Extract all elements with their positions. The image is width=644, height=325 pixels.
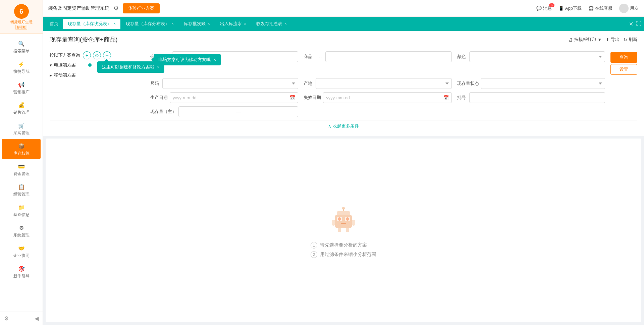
goods-input-box[interactable] <box>325 51 451 62</box>
filter-origin: 产地 <box>304 78 451 89</box>
filter-scheme-label: 按以下方案查询 <box>50 52 80 58</box>
svg-rect-3 <box>341 223 346 224</box>
content-area: 现存量查询(按仓库+商品) 🖨 按模板打印 ▼ ⬆ 导出 ↻ 刷新 <box>43 31 644 325</box>
expire-date-placeholder: yyyy-mm-dd <box>326 95 350 100</box>
sidebar-item-marketing[interactable]: 📢 营销推广 <box>2 77 41 98</box>
scheme-mobile-arrow: ▸ <box>50 73 52 78</box>
top-header: 装备及固定资产辅助管理系统 ⚙ 体验行业方案 💬 消息 6 📱 App下载 🎧 … <box>43 0 644 17</box>
filter-scheme-actions: + ⊙ ← <box>83 51 111 59</box>
origin-select[interactable] <box>316 78 451 89</box>
page-title: 现存量查询(按仓库+商品) <box>50 36 118 44</box>
tab-inventory-status[interactable]: 现存量（库存状况表） × <box>63 19 120 29</box>
settings-footer-icon[interactable]: ⚙ <box>4 315 9 322</box>
export-button[interactable]: ⬆ 导出 <box>606 37 620 43</box>
tab-recv-summary-close[interactable]: × <box>284 21 287 26</box>
app-label: App下载 <box>565 5 582 11</box>
sidebar-item-purchase[interactable]: 🛒 采购管理 <box>2 118 41 139</box>
empty-illustration <box>327 203 360 236</box>
size-label: 尺码 <box>150 80 160 87</box>
color-select[interactable] <box>469 51 605 62</box>
expire-date-calendar-icon[interactable]: 📅 <box>443 95 449 100</box>
collapse-bar[interactable]: ∧ 收起更多条件 <box>50 120 637 132</box>
support-label: 在线客服 <box>595 5 612 11</box>
sidebar-item-search[interactable]: 🔍 搜索菜单 <box>2 37 41 57</box>
reset-button[interactable]: 设置 <box>610 64 637 75</box>
prod-date-label: 生产日期 <box>150 95 168 101</box>
prod-date-input[interactable]: yyyy-mm-dd 📅 <box>170 92 298 103</box>
svg-rect-4 <box>338 228 341 232</box>
template-print-icon: 🖨 <box>569 37 573 42</box>
refresh-button[interactable]: ↻ 刷新 <box>624 37 637 43</box>
back-scheme-button[interactable]: ← <box>103 51 111 59</box>
sidebar-item-operation[interactable]: 📋 经营管理 <box>2 180 41 200</box>
tooltip-pc-close[interactable]: × <box>213 57 216 62</box>
support-icon: 🎧 <box>588 6 594 11</box>
tab-batch-account-close[interactable]: × <box>208 21 210 26</box>
base-icon: 📁 <box>18 204 25 211</box>
sidebar: 6 畅捷通好生意 标准版 🔍 搜索菜单 ⚡ 快捷导航 📢 营销推广 💰 销售管理… <box>0 0 43 325</box>
tab-batch-account[interactable]: 库存批次账 × <box>179 19 215 29</box>
goods-dots[interactable]: ··· <box>316 53 323 60</box>
message-button[interactable]: 💬 消息 6 <box>536 5 552 11</box>
scheme-pc-label: 电脑端方案 <box>54 62 76 68</box>
tab-home[interactable]: 首页 <box>46 19 62 29</box>
scheme-pc-arrow: ▾ <box>50 63 52 68</box>
template-print-button[interactable]: 🖨 按模板打印 ▼ <box>569 37 602 43</box>
sidebar-item-enterprise[interactable]: 🤝 企业协同 <box>2 241 41 261</box>
batch-no-input[interactable] <box>469 92 605 103</box>
tab-in-out-flow-close[interactable]: × <box>244 21 246 26</box>
filter-batch-no: 批号 <box>457 92 605 103</box>
filter-color: 颜色 <box>457 51 605 62</box>
tab-close-all-icon[interactable]: ✕ <box>629 21 633 27</box>
solution-button[interactable]: 体验行业方案 <box>123 3 160 13</box>
user-button[interactable]: 用友 <box>619 4 639 13</box>
sidebar-item-quick[interactable]: ⚡ 快捷导航 <box>2 57 41 77</box>
app-download-button[interactable]: 📱 App下载 <box>558 5 582 11</box>
copy-scheme-button[interactable]: ⊙ <box>93 51 101 59</box>
stock-status-label: 现存量状态 <box>457 80 479 87</box>
template-print-arrow: ▼ <box>597 37 602 42</box>
tab-recv-summary-label: 收发存汇总表 <box>256 21 282 27</box>
sidebar-nav: 🔍 搜索菜单 ⚡ 快捷导航 📢 营销推广 💰 销售管理 🛒 采购管理 📦 库存核… <box>0 34 43 312</box>
search-icon: 🔍 <box>18 40 25 47</box>
sidebar-item-base[interactable]: 📁 基础信息 <box>2 200 41 220</box>
stock-status-select[interactable] <box>481 78 605 89</box>
tab-in-out-flow-label: 出入库流水 <box>220 21 242 27</box>
range-separator: — <box>236 109 240 114</box>
system-setting-icon[interactable]: ⚙ <box>113 5 119 12</box>
tab-inventory-status-close[interactable]: × <box>113 21 116 26</box>
sidebar-item-label: 销售管理 <box>13 110 30 115</box>
search-button[interactable]: 查询 <box>610 52 637 63</box>
add-scheme-button[interactable]: + <box>83 51 91 59</box>
tab-inventory-dist-close[interactable]: × <box>171 21 174 26</box>
filter-prod-date: 生产日期 yyyy-mm-dd 📅 <box>150 92 298 103</box>
collapse-sidebar-icon[interactable]: ◀ <box>35 315 39 322</box>
sidebar-item-label: 资金管理 <box>13 171 30 177</box>
expire-date-input[interactable]: yyyy-mm-dd 📅 <box>323 92 451 103</box>
stock-main-range[interactable]: — <box>178 106 298 117</box>
tab-fullscreen-icon[interactable]: ⛶ <box>636 21 641 27</box>
tooltip-create-close[interactable]: × <box>157 64 160 70</box>
sidebar-item-inventory[interactable]: 📦 库存核算 <box>2 139 41 159</box>
svg-rect-0 <box>335 215 352 228</box>
origin-label: 产地 <box>304 80 314 87</box>
refresh-label: 刷新 <box>629 37 637 43</box>
export-icon: ⬆ <box>606 37 609 42</box>
prod-date-calendar-icon[interactable]: 📅 <box>289 95 295 100</box>
operation-icon: 📋 <box>18 183 25 191</box>
sidebar-item-sales[interactable]: 💰 销售管理 <box>2 98 41 118</box>
sidebar-item-system[interactable]: ⚙ 系统管理 <box>2 221 41 241</box>
tab-in-out-flow[interactable]: 出入库流水 × <box>215 19 251 29</box>
sidebar-item-asset[interactable]: 💳 资金管理 <box>2 159 41 179</box>
online-support-button[interactable]: 🎧 在线客服 <box>588 5 612 11</box>
sidebar-item-guide[interactable]: 🎯 新手引导 <box>2 262 41 282</box>
tab-recv-summary[interactable]: 收发存汇总表 × <box>252 19 291 29</box>
size-select[interactable] <box>162 78 298 89</box>
scheme-dot-indicator <box>88 63 92 67</box>
svg-point-9 <box>346 217 349 221</box>
filter-expire-date: 失效日期 yyyy-mm-dd 📅 <box>304 92 451 103</box>
tip-text-2: 用过滤条件来缩小分析范围 <box>320 252 376 258</box>
filter-size: 尺码 <box>150 78 298 89</box>
main-area: 装备及固定资产辅助管理系统 ⚙ 体验行业方案 💬 消息 6 📱 App下载 🎧 … <box>43 0 644 325</box>
tab-inventory-dist[interactable]: 现存量（库存分布表） × <box>121 19 178 29</box>
